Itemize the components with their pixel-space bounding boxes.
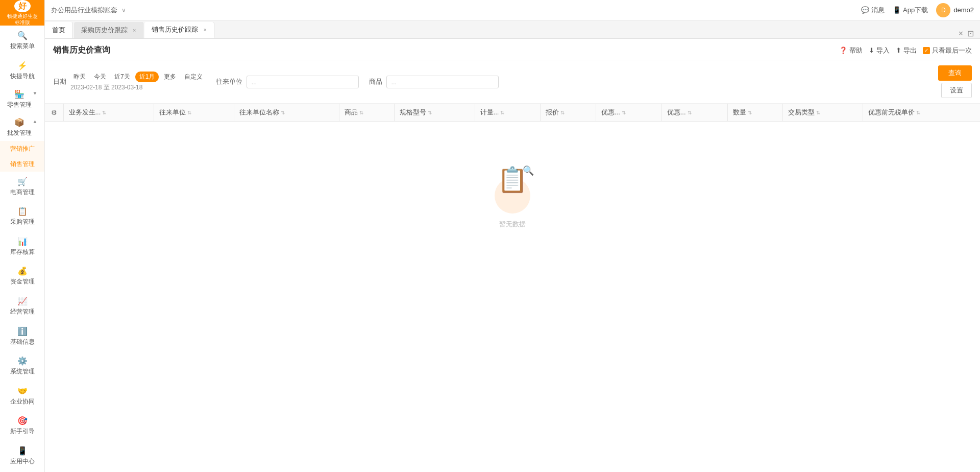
empty-state: 📋 🔍 暂无数据 [45,122,980,270]
th-biz-date[interactable]: 业务发生... ⇅ [63,104,154,122]
app-subtitle: 标准版 [15,19,30,26]
sort-icon[interactable]: ⇅ [359,110,363,115]
sidebar-item-quick-nav[interactable]: ⚡ 快捷导航 [0,56,44,86]
sidebar-item-finance[interactable]: 💰 资金管理 [0,261,44,291]
th-quote[interactable]: 报价 ⇅ [541,104,596,122]
download-icon: 📱 [893,6,901,14]
topbar-chevron-icon[interactable]: ∨ [121,7,126,14]
sidebar-item-purchase[interactable]: 📋 采购管理 [0,201,44,231]
sidebar-item-label: 企业协同 [10,398,35,406]
th-spec[interactable]: 规格型号 ⇅ [395,104,475,122]
sort-icon[interactable]: ⇅ [622,110,626,115]
product-filter-group: 商品 ... [369,76,499,88]
date-btn-7days[interactable]: 近7天 [111,72,133,82]
th-unit-name[interactable]: 往来单位名称 ⇅ [234,104,339,122]
sort-icon[interactable]: ⇅ [102,110,106,115]
export-btn[interactable]: ⬆ 导出 [896,46,917,55]
tab-home[interactable]: 首页 [45,22,73,38]
page: 销售历史价查询 ❓ 帮助 ⬇ 导入 ⬆ 导出 只看最后一次 [45,39,980,472]
from-unit-filter-group: 往来单位 ... [216,76,359,88]
sort-icon[interactable]: ⇅ [688,110,692,115]
tabs-actions: × ⊡ [959,29,980,38]
sort-icon[interactable]: ⇅ [748,110,752,115]
th-unit[interactable]: 计量... ⇅ [475,104,541,122]
help-btn[interactable]: ❓ 帮助 [839,46,863,55]
th-product[interactable]: 商品 ⇅ [339,104,395,122]
th-unit-code[interactable]: 往来单位 ⇅ [154,104,234,122]
message-btn[interactable]: 💬 消息 [861,6,885,15]
query-btn[interactable]: 查询 [938,65,972,81]
th-discount1[interactable]: 优惠... ⇅ [596,104,662,122]
tab-purchase-history-close[interactable]: × [133,27,136,33]
date-btn-yesterday[interactable]: 昨天 [70,72,89,82]
sidebar-item-sales-mgmt[interactable]: 销售管理 [0,156,44,172]
close-all-tabs-btn[interactable]: × [959,29,963,38]
sidebar-item-operations[interactable]: 📈 经营管理 [0,291,44,321]
gear-icon[interactable]: ⚙ [51,109,57,116]
sidebar-item-label: 批发管理 [7,129,32,137]
app-download-btn[interactable]: 📱 App下载 [893,6,928,15]
sidebar-item-inventory[interactable]: 📊 库存核算 [0,231,44,262]
empty-search-icon: 🔍 [523,165,534,176]
product-input[interactable]: ... [386,76,499,88]
import-icon: ⬇ [869,46,874,54]
page-title: 销售历史价查询 [53,45,110,56]
settings-btn[interactable]: 设置 [941,83,972,98]
tab-sales-history-close[interactable]: × [203,27,206,33]
date-btn-today[interactable]: 今天 [91,72,109,82]
only-last-checkbox-label[interactable]: 只看最后一次 [923,46,972,55]
sidebar-item-label: 快捷导航 [10,73,35,81]
th-quantity-label: 数量 [733,108,746,117]
sidebar-item-search-menu[interactable]: 🔍 搜索菜单 [0,26,44,56]
from-unit-input[interactable]: ... [247,76,359,88]
th-spec-label: 规格型号 [400,108,426,117]
sort-icon[interactable]: ⇅ [428,110,432,115]
quick-nav-icon: ⚡ [17,61,28,70]
sidebar-item-ecommerce[interactable]: 🛒 电商管理 [0,172,44,202]
sort-icon[interactable]: ⇅ [500,110,504,115]
sidebar-item-label: 电商管理 [10,188,35,197]
username: demo2 [953,6,974,14]
sort-icon[interactable]: ⇅ [916,110,920,115]
import-btn[interactable]: ⬇ 导入 [869,46,890,55]
topbar: 办公用品行业模拟账套 ∨ 💬 消息 📱 App下载 D demo2 [45,0,980,20]
date-btn-1month[interactable]: 近1月 [135,72,159,82]
th-discount2-label: 优惠... [667,108,686,117]
maximize-btn[interactable]: ⊡ [967,29,974,38]
sidebar-item-new-guide[interactable]: 🎯 新手引导 [0,411,44,441]
user-area[interactable]: D demo2 [936,3,974,17]
th-quantity[interactable]: 数量 ⇅ [727,104,783,122]
sidebar-item-marketing[interactable]: 营销推广 [0,141,44,156]
topbar-left: 办公用品行业模拟账套 ∨ [51,6,126,15]
th-quote-label: 报价 [546,108,559,117]
date-btn-custom[interactable]: 自定义 [181,72,206,82]
filter-bar: 日期 昨天 今天 近7天 近1月 更多 自定义 2023-02-18 至 202… [45,60,980,104]
sort-icon[interactable]: ⇅ [816,110,820,115]
app-logo: 好 畅捷通好生意 标准版 [0,0,45,26]
tab-purchase-history-label: 采购历史价跟踪 [81,26,128,35]
sidebar-item-basic-info[interactable]: ℹ️ 基础信息 [0,321,44,351]
date-range-display: 2023-02-18 至 2023-03-18 [70,83,206,92]
sidebar-item-label: 系统管理 [10,368,35,376]
th-pretax-price[interactable]: 优惠前无税单价 ⇅ [863,104,980,122]
sidebar-item-retail-mgmt[interactable]: 🏪 零售管理 ▼ [0,85,44,113]
sidebar-item-enterprise-collab[interactable]: 🤝 企业协同 [0,381,44,411]
th-biz-date-label: 业务发生... [69,108,101,117]
help-label: 帮助 [849,46,863,55]
only-last-checkbox[interactable] [923,47,930,54]
tab-purchase-history[interactable]: 采购历史价跟踪 × [74,22,143,38]
import-label: 导入 [876,46,890,55]
th-discount2[interactable]: 优惠... ⇅ [662,104,727,122]
date-btn-more[interactable]: 更多 [161,72,179,82]
sidebar-item-system[interactable]: ⚙️ 系统管理 [0,351,44,381]
tab-sales-history[interactable]: 销售历史价跟踪 × [144,22,214,38]
th-trade-type[interactable]: 交易类型 ⇅ [783,104,863,122]
sidebar-item-app-center[interactable]: 📱 应用中心 [0,441,44,471]
empty-text: 暂无数据 [499,220,526,229]
sort-icon[interactable]: ⇅ [560,110,565,115]
sidebar-item-label: 资金管理 [10,278,35,286]
sort-icon[interactable]: ⇅ [187,110,191,115]
from-unit-placeholder: ... [251,78,257,86]
sort-icon[interactable]: ⇅ [281,110,285,115]
sidebar-item-wholesale-mgmt[interactable]: 📦 批发管理 ▲ [0,113,44,141]
